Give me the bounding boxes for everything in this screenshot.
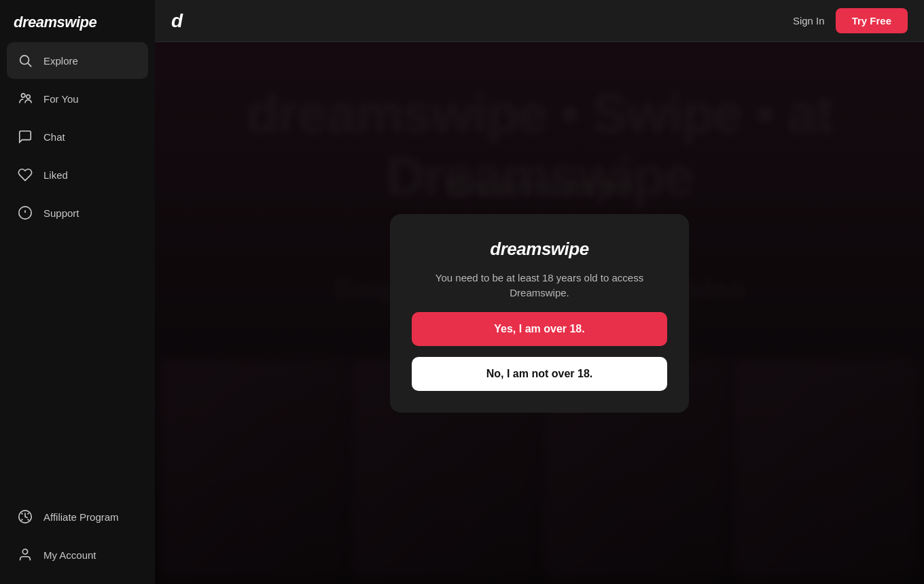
sidebar-item-explore[interactable]: Explore xyxy=(7,42,148,79)
header: d Sign In Try Free xyxy=(155,0,924,42)
account-icon xyxy=(16,546,34,564)
liked-icon xyxy=(16,166,34,184)
sidebar-bottom: Affiliate Program My Account xyxy=(0,498,155,584)
content-background: dreamswipe • Swipe • at Dreamswipe dream… xyxy=(155,42,924,584)
age-confirm-yes-button[interactable]: Yes, I am over 18. xyxy=(412,312,667,346)
sidebar-item-chat[interactable]: Chat xyxy=(7,118,148,155)
sign-in-button[interactable]: Sign In xyxy=(793,15,825,27)
sidebar-item-support[interactable]: Support xyxy=(7,194,148,231)
sidebar: dreamswipe Explore For You xyxy=(0,0,155,584)
sidebar-item-liked-label: Liked xyxy=(43,169,68,181)
modal-subtitle: You need to be at least 18 years old to … xyxy=(412,271,667,301)
sidebar-item-my-account[interactable]: My Account xyxy=(7,536,148,573)
svg-point-2 xyxy=(22,94,26,98)
sidebar-item-for-you[interactable]: For You xyxy=(7,80,148,117)
main-content: d Sign In Try Free dreamswipe • Swipe • … xyxy=(155,0,924,584)
header-logo: d xyxy=(171,10,793,32)
age-confirm-no-button[interactable]: No, I am not over 18. xyxy=(412,357,667,391)
svg-point-3 xyxy=(26,95,31,99)
sidebar-item-for-you-label: For You xyxy=(43,93,79,105)
modal-title: dreamswipe xyxy=(490,239,588,260)
search-icon xyxy=(16,52,34,69)
sidebar-item-liked[interactable]: Liked xyxy=(7,156,148,193)
sidebar-logo[interactable]: dreamswipe xyxy=(0,0,155,42)
age-verification-modal: dreamswipe You need to be at least 18 ye… xyxy=(390,214,689,413)
header-actions: Sign In Try Free xyxy=(793,8,908,33)
svg-point-0 xyxy=(20,56,29,65)
sidebar-item-support-label: Support xyxy=(43,207,79,219)
sidebar-item-explore-label: Explore xyxy=(43,55,78,67)
sidebar-nav: Explore For You Chat xyxy=(0,42,155,231)
sidebar-item-affiliate[interactable]: Affiliate Program xyxy=(7,498,148,535)
sidebar-item-chat-label: Chat xyxy=(43,131,65,143)
sidebar-item-my-account-label: My Account xyxy=(43,549,96,561)
support-icon xyxy=(16,204,34,222)
age-verification-overlay: dreamswipe You need to be at least 18 ye… xyxy=(155,42,924,584)
chat-icon xyxy=(16,128,34,145)
svg-point-8 xyxy=(22,549,27,554)
svg-line-1 xyxy=(28,63,31,67)
for-you-icon xyxy=(16,90,34,107)
affiliate-icon xyxy=(16,508,34,526)
try-free-button[interactable]: Try Free xyxy=(836,8,908,33)
sidebar-item-affiliate-label: Affiliate Program xyxy=(43,511,119,523)
